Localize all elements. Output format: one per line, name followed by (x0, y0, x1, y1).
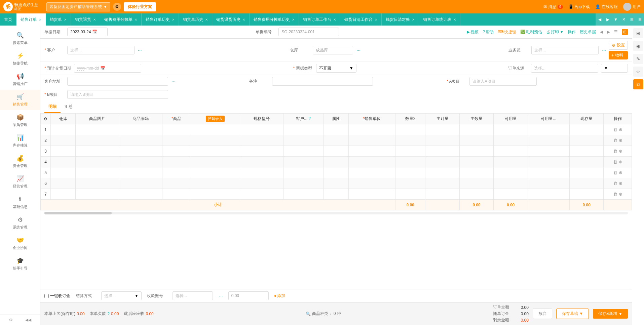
delete-icon[interactable]: 🗑 (613, 181, 617, 186)
sidebar-item-marketing[interactable]: 📢 营销推广 (0, 69, 40, 90)
order-source-input[interactable]: 选择... (531, 64, 598, 73)
tab-return-history[interactable]: 销货退货历史 ✕ (212, 13, 250, 26)
row-code[interactable] (119, 124, 162, 135)
delete-icon[interactable]: 🗑 (613, 192, 617, 197)
close-icon[interactable]: ✕ (375, 18, 377, 22)
row-spec[interactable] (240, 124, 283, 135)
right-panel-icon-3[interactable]: ✎ (633, 54, 643, 64)
history-btn[interactable]: 历史单据 (580, 29, 596, 35)
delete-icon[interactable]: 🗑 (613, 170, 617, 175)
right-panel-icon-5[interactable]: ⧉ (633, 79, 643, 89)
tab-order-stats[interactable]: 销售订单统计表 ✕ (419, 13, 460, 26)
delete-icon[interactable]: 🗑 (613, 127, 617, 132)
close-icon[interactable]: ✕ (135, 18, 137, 22)
delete-icon[interactable]: 🗑 (613, 159, 617, 164)
system-selector[interactable]: 装备及固定资产辅助管理系统 ▼ (46, 2, 110, 11)
view-video-btn[interactable]: ▶ 视频 (467, 29, 479, 35)
close-icon[interactable]: ✕ (333, 18, 336, 22)
close-icon[interactable]: ✕ (242, 18, 245, 22)
number-input[interactable]: SO-20230324-001 (278, 28, 339, 36)
row-product[interactable] (162, 124, 191, 135)
sidebar-settings-icon[interactable]: ⚙ (9, 318, 13, 322)
copy-icon[interactable]: ⊕ (619, 181, 622, 186)
close-icon[interactable]: ✕ (205, 18, 208, 22)
b-project-input[interactable]: 请输入B项目 (67, 90, 168, 99)
copy-icon[interactable]: ⊕ (619, 170, 622, 175)
save-draft-btn[interactable]: 保存草稿 ▼ (556, 309, 589, 319)
copy-icon[interactable]: ⊕ (619, 138, 622, 143)
row-available2[interactable] (528, 124, 569, 135)
tab-more-arrow[interactable]: ▼ (612, 13, 620, 26)
row-image[interactable] (76, 124, 119, 135)
online-service-btn[interactable]: 👤 在线客服 (595, 4, 618, 10)
tab-order-workbench[interactable]: 销售订单工作台 ✕ (299, 13, 340, 26)
sidebar-item-sales[interactable]: 🛒 销售管理 (0, 90, 40, 110)
row-available[interactable] (494, 124, 528, 135)
message-btn[interactable]: ✉ 消息 9 (543, 4, 563, 10)
a-project-input[interactable]: 请输入A项目 (469, 77, 537, 86)
tab-sales-invoice[interactable]: 销货单 ✕ (46, 13, 71, 26)
delete-icon[interactable]: 🗑 (613, 138, 617, 143)
list-view-icon[interactable]: ☰ (614, 30, 618, 34)
sidebar-item-base-info[interactable]: ℹ 基础信息 (0, 192, 40, 213)
sidebar-item-inventory[interactable]: 📊 库存核算 (0, 131, 40, 151)
row-main-qty[interactable] (459, 124, 494, 135)
salesperson-input[interactable]: 选择... (531, 46, 599, 54)
tab-home[interactable]: 首页 (0, 13, 16, 26)
tab-close-all[interactable]: ✕ (620, 13, 628, 26)
one-key-checkbox-input[interactable] (44, 294, 49, 298)
invoice-type-select[interactable]: 不开票 ▼ (316, 64, 356, 73)
tab-next-arrow[interactable]: ▶ (604, 13, 612, 26)
sidebar-item-quicknav[interactable]: ⚡ 快捷导航 (0, 49, 40, 69)
amount-input[interactable]: 0.00 (228, 291, 269, 300)
sidebar-collapse-icon[interactable]: ◀◀ (25, 318, 31, 322)
close-icon[interactable]: ✕ (292, 18, 295, 22)
close-icon[interactable]: ✕ (172, 18, 175, 22)
scrollbar-thumb[interactable] (44, 212, 112, 214)
customer-input[interactable]: 选择... (67, 46, 135, 54)
sidebar-item-guide[interactable]: 🎓 新手引导 (0, 254, 40, 274)
sidebar-item-operations[interactable]: 📈 经营管理 (0, 172, 40, 192)
copy-icon[interactable]: ⊕ (619, 159, 622, 164)
help-btn[interactable]: ? 帮助 (483, 29, 494, 35)
receipt-more-btn[interactable]: ··· (219, 293, 223, 298)
tab-invoice-history[interactable]: 销货单历史 ✕ (179, 13, 212, 26)
right-panel-icon-1[interactable]: ⊞ (633, 28, 643, 38)
print-btn[interactable]: 🖨 打印 ▼ (546, 29, 564, 35)
settings-icon[interactable]: ⚙ (113, 3, 121, 11)
add-payment-btn[interactable]: ● 添加 (274, 293, 285, 299)
tab-detail[interactable]: 明细 (44, 101, 61, 113)
warehouse-input[interactable]: 成品库 (313, 46, 353, 54)
industry-btn[interactable]: 体验行业方案 (124, 2, 156, 11)
sidebar-item-finance[interactable]: 💰 资金管理 (0, 151, 40, 172)
tab-sales-return[interactable]: 销货退货 ✕ (71, 13, 100, 26)
delivery-input[interactable]: yyyy-mm-dd 📅 (74, 64, 141, 73)
warehouse-more-btn[interactable]: ··· (356, 47, 361, 53)
address-more-btn[interactable]: ··· (172, 79, 176, 84)
save-new-btn[interactable]: 保存&新增 ▼ (593, 309, 628, 319)
tab-daily-reconcile[interactable]: 钱货日清对账 ✕ (382, 13, 419, 26)
notes-input[interactable] (272, 77, 373, 86)
tab-order-history[interactable]: 销售订单历史 ✕ (142, 13, 179, 26)
row-qty2[interactable] (395, 124, 425, 135)
copy-icon[interactable]: ⊕ (619, 149, 622, 154)
settings-btn[interactable]: ⚙ 设置 (609, 41, 628, 50)
row-customer-code[interactable] (283, 124, 324, 135)
row-unit[interactable] (348, 124, 395, 135)
tab-sales-order[interactable]: 销售订单 ✕ (16, 13, 46, 26)
close-icon[interactable]: ✕ (93, 18, 96, 22)
order-source-select[interactable]: ▼ (601, 64, 628, 73)
payment-method-select[interactable]: 选择... ▼ (101, 291, 142, 300)
tab-sales-expense[interactable]: 销售费用分摊单 ✕ (100, 13, 142, 26)
app-download-btn[interactable]: 📱 App下载 (568, 4, 590, 10)
tab-fullscreen[interactable]: ⊞ (636, 13, 644, 26)
horizontal-scrollbar[interactable] (44, 212, 628, 214)
close-icon[interactable]: ✕ (39, 18, 41, 22)
tab-expense-history[interactable]: 销售费用分摊单历史 ✕ (250, 13, 299, 26)
profit-btn[interactable]: 💹 毛利预估 (520, 29, 542, 35)
salesperson-more-btn[interactable]: ··· (602, 47, 606, 53)
next-record-icon[interactable]: ▶ (607, 30, 610, 34)
discard-btn[interactable]: 放弃 (533, 309, 552, 319)
sidebar-item-system[interactable]: ⚙ 系统管理 (0, 213, 40, 233)
one-key-checkbox[interactable]: 一键收订金 (44, 293, 70, 299)
